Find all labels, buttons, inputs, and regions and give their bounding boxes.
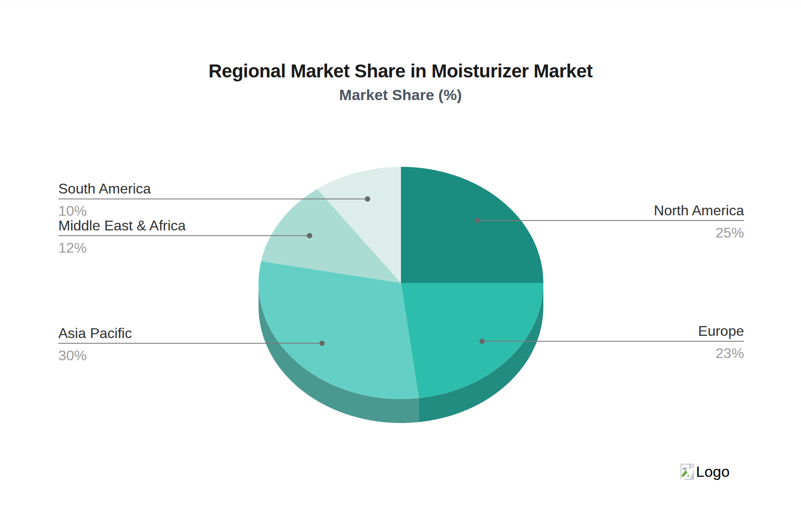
- connector-dot-north-america: [475, 218, 480, 223]
- slice-label-text: Asia Pacific: [58, 326, 132, 340]
- slice-label-south-america: South America10%: [58, 181, 151, 218]
- slice-percent-text: 23%: [698, 346, 744, 360]
- slice-label-text: Europe: [698, 324, 744, 338]
- connector-dot-asia-pacific: [320, 341, 325, 346]
- slice-percent-text: 10%: [58, 204, 151, 218]
- slice-label-text: Middle East & Africa: [58, 218, 186, 233]
- slice-label-north-america: North America25%: [654, 203, 744, 240]
- slice-label-text: North America: [654, 203, 744, 218]
- slice-label-asia-pacific: Asia Pacific30%: [58, 326, 132, 363]
- pie-slice-europe[interactable]: [401, 283, 543, 398]
- slice-label-europe: Europe23%: [698, 324, 744, 360]
- pie-chart: [0, 1, 801, 532]
- logo-alt-text: Logo: [696, 463, 730, 480]
- slice-percent-text: 12%: [58, 241, 186, 255]
- logo: Logo: [680, 463, 730, 480]
- slice-percent-text: 30%: [58, 348, 132, 363]
- connector-dot-europe: [479, 339, 485, 344]
- connector-dot-middle-east-africa: [307, 233, 312, 238]
- connector-dot-south-america: [365, 196, 370, 202]
- chart-canvas: Regional Market Share in Moisturizer Mar…: [0, 0, 801, 532]
- slice-label-text: South America: [58, 181, 151, 196]
- broken-image-icon: [680, 463, 696, 480]
- pie-slice-north-america[interactable]: [401, 167, 543, 283]
- slice-percent-text: 25%: [654, 226, 744, 240]
- slice-label-middle-east-africa: Middle East & Africa12%: [58, 218, 186, 255]
